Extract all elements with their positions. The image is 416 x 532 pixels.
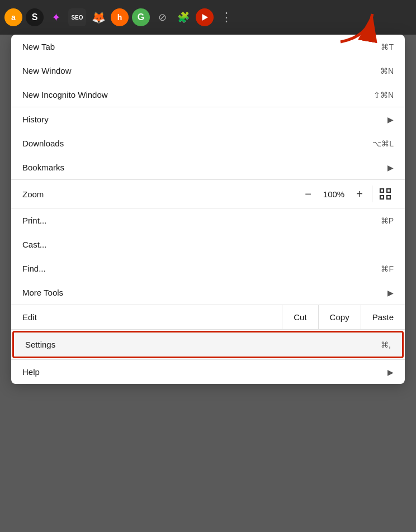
settings-shortcut: ⌘, — [381, 340, 391, 349]
new-tab-shortcut: ⌘T — [381, 42, 394, 51]
seo-icon[interactable]: SEO — [68, 8, 86, 26]
print-shortcut: ⌘P — [381, 216, 394, 225]
settings-label: Settings — [25, 340, 55, 349]
settings-section: Settings ⌘, — [11, 331, 405, 360]
zoom-value-display: 100% — [323, 189, 345, 199]
puzzle-icon[interactable]: 🧩 — [174, 8, 192, 26]
bookmarks-item[interactable]: Bookmarks ▶ — [11, 155, 405, 179]
fullscreen-button[interactable] — [377, 186, 394, 202]
chrome-menu-dropdown: New Tab ⌘T New Window ⌘N New Incognito W… — [11, 35, 405, 384]
zoom-increase-button[interactable]: + — [352, 186, 367, 202]
zoom-controls: − 100% + — [300, 186, 367, 202]
zoom-label: Zoom — [22, 189, 300, 199]
cast-label: Cast... — [22, 240, 46, 249]
new-incognito-label: New Incognito Window — [22, 90, 108, 99]
honey-icon[interactable]: h — [111, 8, 129, 26]
print-label: Print... — [22, 216, 46, 225]
svg-marker-0 — [202, 14, 209, 21]
bookmarks-arrow: ▶ — [387, 163, 394, 172]
cut-button[interactable]: Cut — [282, 305, 318, 329]
history-label: History — [22, 115, 49, 124]
new-window-item[interactable]: New Window ⌘N — [11, 59, 405, 83]
edit-section: Edit Cut Copy Paste — [11, 305, 405, 330]
more-tools-item[interactable]: More Tools ▶ — [11, 281, 405, 305]
more-menu-button[interactable]: ⋮ — [217, 8, 235, 26]
new-incognito-item[interactable]: New Incognito Window ⇧⌘N — [11, 83, 405, 107]
menu-section-help: Help ▶ — [11, 360, 405, 384]
menu-section-history: History ▶ Downloads ⌥⌘L Bookmarks ▶ — [11, 107, 405, 180]
help-arrow: ▶ — [387, 368, 394, 377]
zoom-section: Zoom − 100% + — [11, 180, 405, 208]
downloads-label: Downloads — [22, 139, 64, 148]
fox-icon[interactable]: 🦊 — [89, 8, 107, 26]
find-label: Find... — [22, 264, 46, 273]
find-item[interactable]: Find... ⌘F — [11, 256, 405, 281]
edit-label: Edit — [11, 305, 282, 329]
find-shortcut: ⌘F — [381, 264, 394, 273]
settings-item[interactable]: Settings ⌘, — [12, 331, 404, 358]
new-window-shortcut: ⌘N — [380, 66, 394, 75]
red-arrow-annotation — [332, 6, 382, 47]
copy-button[interactable]: Copy — [318, 305, 361, 329]
ublock-icon[interactable]: ⊘ — [153, 8, 171, 26]
help-label: Help — [22, 367, 40, 377]
downloads-shortcut: ⌥⌘L — [372, 139, 394, 148]
print-item[interactable]: Print... ⌘P — [11, 208, 405, 232]
zoom-separator — [372, 186, 372, 202]
more-tools-label: More Tools — [22, 288, 63, 297]
safari-icon[interactable]: S — [26, 8, 44, 26]
more-tools-arrow: ▶ — [387, 288, 394, 297]
new-window-label: New Window — [22, 66, 72, 75]
history-item[interactable]: History ▶ — [11, 107, 405, 131]
downloads-item[interactable]: Downloads ⌥⌘L — [11, 131, 405, 155]
help-item[interactable]: Help ▶ — [11, 360, 405, 384]
svg-rect-4 — [380, 196, 384, 199]
paste-button[interactable]: Paste — [361, 305, 405, 329]
amazon-icon[interactable]: a — [4, 8, 22, 26]
record-button[interactable] — [196, 8, 214, 26]
history-arrow: ▶ — [387, 115, 394, 124]
zoom-decrease-button[interactable]: − — [300, 186, 316, 202]
grammarly-icon[interactable]: G — [132, 8, 150, 26]
menu-section-tools: Print... ⌘P Cast... Find... ⌘F More Tool… — [11, 208, 405, 305]
svg-rect-5 — [387, 196, 390, 199]
star-icon[interactable]: ✦ — [47, 8, 65, 26]
bookmarks-label: Bookmarks — [22, 163, 64, 172]
svg-rect-2 — [380, 189, 384, 192]
svg-rect-3 — [387, 189, 390, 192]
new-incognito-shortcut: ⇧⌘N — [374, 91, 394, 99]
cast-item[interactable]: Cast... — [11, 232, 405, 256]
new-tab-label: New Tab — [22, 42, 55, 51]
